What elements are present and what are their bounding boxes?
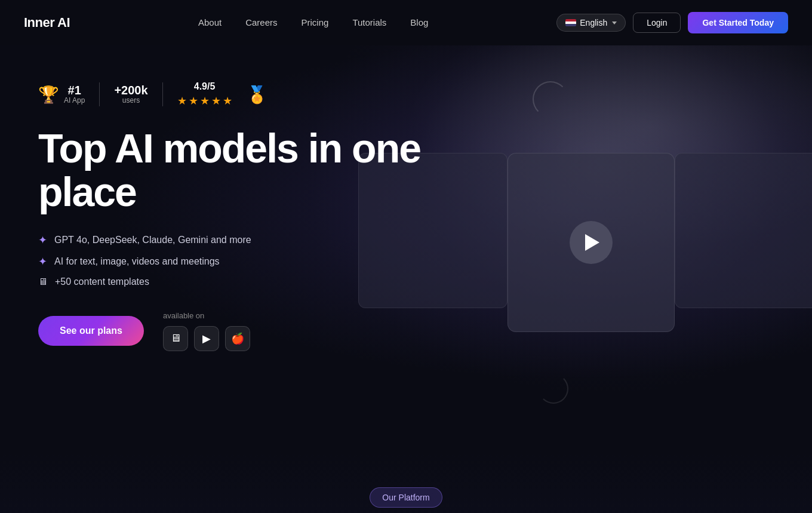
logo-text: Inner AI [24, 15, 70, 30]
logo[interactable]: Inner AI [24, 15, 70, 30]
star-2: ★ [189, 94, 198, 107]
star-3: ★ [200, 94, 210, 107]
curve-bottom-decoration [539, 374, 568, 404]
badge-rank-text: #1 AI App [64, 84, 85, 105]
star-1: ★ [177, 94, 187, 107]
flag-icon [565, 19, 576, 26]
video-card-right [675, 153, 812, 308]
bottom-section: Our Platform Your AI-Native Workspace fo… [0, 451, 812, 513]
available-on-label: available on [163, 311, 250, 320]
award-badges: 🏆 #1 AI App +200k users 4.9/5 ★ ★ [38, 81, 426, 107]
nav-link-pricing[interactable]: Pricing [302, 17, 329, 27]
apple-icon: 🍎 [231, 332, 244, 345]
navbar: Inner AI About Careers Pricing Tutorials… [0, 0, 812, 45]
feature-item-1: ✦ GPT 4o, DeepSeek, Claude, Gemini and m… [38, 234, 426, 247]
nav-links: About Careers Pricing Tutorials Blog [198, 17, 428, 28]
badge-rank: 🏆 #1 AI App [38, 84, 85, 105]
badge-divider-1 [99, 82, 100, 106]
star-5: ★ [223, 94, 232, 107]
video-card-main [508, 153, 675, 332]
nav-item-careers[interactable]: Careers [245, 17, 277, 28]
login-button[interactable]: Login [633, 13, 681, 33]
laurel-right-icon: 🏅 [247, 85, 267, 105]
chevron-down-icon [612, 21, 617, 24]
badge-divider-2 [162, 82, 163, 106]
badge-users-label: users [122, 96, 140, 105]
desktop-icon: 🖥 [38, 277, 48, 287]
feature-item-3: 🖥 +50 content templates [38, 277, 426, 287]
hero-content: 🏆 #1 AI App +200k users 4.9/5 ★ ★ [38, 81, 426, 351]
ios-platform-button[interactable]: 🍎 [225, 326, 250, 351]
feature-text-1: GPT 4o, DeepSeek, Claude, Gemini and mor… [54, 235, 251, 245]
nav-link-careers[interactable]: Careers [245, 17, 277, 27]
nav-item-tutorials[interactable]: Tutorials [352, 17, 386, 28]
hero-headline: Top AI models in one place [38, 127, 426, 214]
play-triangle-icon [585, 234, 599, 251]
play-store-icon: ▶ [202, 332, 211, 345]
hero-section: 🏆 #1 AI App +200k users 4.9/5 ★ ★ [0, 45, 812, 451]
badge-rank-number: #1 [68, 84, 81, 96]
available-on: available on 🖥 ▶ 🍎 [163, 311, 250, 351]
badge-stars: 4.9/5 ★ ★ ★ ★ ★ [177, 81, 232, 107]
nav-link-tutorials[interactable]: Tutorials [352, 17, 386, 27]
nav-link-about[interactable]: About [198, 17, 222, 27]
nav-right: English Login Get Started Today [556, 12, 788, 33]
badge-users: +200k users [114, 84, 147, 105]
badge-users-number: +200k [114, 84, 147, 96]
get-started-button[interactable]: Get Started Today [688, 12, 788, 33]
stars-row: ★ ★ ★ ★ ★ [177, 94, 232, 107]
see-plans-button[interactable]: See our plans [38, 316, 144, 346]
nav-item-about[interactable]: About [198, 17, 222, 28]
android-platform-button[interactable]: ▶ [194, 326, 219, 351]
language-label: English [580, 18, 607, 27]
nav-link-blog[interactable]: Blog [410, 17, 428, 27]
laurel-left-icon: 🏆 [38, 85, 59, 105]
web-icon: 🖥 [170, 332, 181, 345]
cta-row: See our plans available on 🖥 ▶ 🍎 [38, 311, 426, 351]
feature-text-3: +50 content templates [55, 277, 149, 287]
feature-list: ✦ GPT 4o, DeepSeek, Claude, Gemini and m… [38, 234, 426, 287]
nav-item-blog[interactable]: Blog [410, 17, 428, 28]
headline-line1: Top AI models in one [38, 125, 420, 171]
nav-item-pricing[interactable]: Pricing [302, 17, 329, 28]
headline-line2: place [38, 169, 136, 214]
sparkle-icon-2: ✦ [38, 255, 47, 268]
feature-text-2: AI for text, image, videos and meetings [54, 256, 220, 267]
web-platform-button[interactable]: 🖥 [163, 326, 188, 351]
badge-users-text: +200k users [114, 84, 147, 105]
our-platform-badge[interactable]: Our Platform [370, 487, 442, 508]
platform-icons: 🖥 ▶ 🍎 [163, 326, 250, 351]
curve-top-decoration [533, 81, 568, 117]
stars-rating-value: 4.9/5 [194, 81, 216, 92]
star-4: ★ [211, 94, 221, 107]
badge-rank-label: AI App [64, 96, 85, 105]
play-button[interactable] [570, 221, 613, 264]
sparkle-icon-1: ✦ [38, 234, 47, 247]
video-area [358, 153, 812, 332]
feature-item-2: ✦ AI for text, image, videos and meeting… [38, 255, 426, 268]
language-selector[interactable]: English [556, 14, 626, 32]
